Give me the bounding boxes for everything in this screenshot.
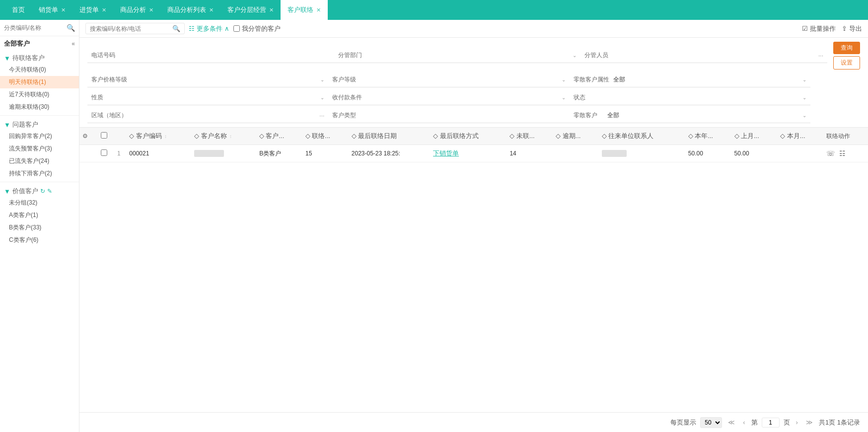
edit-icon[interactable]: ✎ — [47, 188, 52, 195]
last-month-column-header[interactable]: ◇ 上月... — [731, 128, 778, 145]
row-contacts — [599, 145, 685, 162]
sidebar-item-class-a[interactable]: A类客户(1) — [0, 209, 79, 221]
refresh-icon[interactable]: ↻ — [40, 188, 45, 195]
close-icon[interactable]: ✕ — [149, 7, 153, 13]
sidebar-item-lost[interactable]: 已流失客户(24) — [0, 155, 79, 167]
close-icon[interactable]: ✕ — [269, 7, 274, 13]
query-button[interactable]: 查询 — [833, 42, 860, 54]
index-column-header — [111, 128, 126, 145]
close-icon[interactable]: ✕ — [102, 7, 106, 13]
problem-customers-group: ▼ 问题客户 — [0, 118, 79, 130]
sidebar-item-class-b[interactable]: B类客户(33) — [0, 221, 79, 234]
nav-item-product-analysis-list[interactable]: 商品分析列表 ✕ — [160, 0, 220, 20]
sidebar-item-week-contact[interactable]: 近7天待联络(0) — [0, 88, 79, 101]
next-btn[interactable]: › — [794, 418, 800, 427]
nav-item-home[interactable]: 首页 — [5, 0, 32, 20]
close-icon[interactable]: ✕ — [316, 7, 321, 13]
batch-action-button[interactable]: ☑ 批量操作 — [802, 24, 836, 33]
filter-manager[interactable]: 分管人员 ··· — [580, 48, 827, 63]
filter-customer-level[interactable]: 客户等级 ⌄ — [328, 72, 569, 87]
pagination: 每页显示 50 ≪ ‹ 第 页 › ≫ 共1页 1条记录 — [79, 412, 868, 432]
sidebar-item-today-contact[interactable]: 今天待联络(0) — [0, 64, 79, 76]
more-icon: ··· — [319, 112, 324, 119]
export-icon: ⇪ — [842, 25, 847, 32]
my-customers-checkbox-input[interactable] — [233, 25, 240, 32]
sidebar-item-continuous-decline[interactable]: 持续下滑客户(2) — [0, 167, 79, 180]
this-month-column-header[interactable]: ◇ 本月... — [777, 128, 823, 145]
filter-region[interactable]: 区域（地区） ··· — [87, 108, 328, 123]
sidebar-item-overdue-contact[interactable]: 逾期未联络(30) — [0, 101, 79, 113]
prev-start-btn[interactable]: ≪ — [726, 418, 737, 427]
phone-label: 电话号码 — [91, 51, 121, 60]
per-page-select[interactable]: 50 — [700, 417, 722, 428]
export-button[interactable]: ⇪ 导出 — [842, 24, 862, 33]
sidebar-item-lost-potential[interactable]: 流失预警客户(3) — [0, 143, 79, 155]
filter-retail-attribute[interactable]: 零散客户属性 全部 ⌄ — [570, 72, 810, 87]
prev-btn[interactable]: ‹ — [741, 418, 747, 427]
row-name — [191, 145, 256, 162]
close-icon[interactable]: ✕ — [209, 7, 214, 13]
search-input[interactable] — [90, 25, 172, 32]
sidebar-item-tomorrow-contact[interactable]: 明天待联络(1) — [0, 76, 79, 88]
contacts-column-header[interactable]: ◇ 往来单位联系人 — [599, 128, 685, 145]
row-last-month: 50.00 — [731, 145, 778, 162]
filter-customer-price[interactable]: 客户价格等级 ⌄ — [87, 72, 328, 87]
content-area: 🔍 ☷ 更多条件 ∧ 我分管的客户 ☑ 批量操作 ⇪ 导出 — [79, 20, 868, 432]
sidebar-item-repurchase-abnormal[interactable]: 回购异常客户(2) — [0, 130, 79, 143]
filter-payment[interactable]: 收付款条件 ⌄ — [328, 90, 569, 105]
customer-table: ⚙ ◇ 客户编码 ↕ ◇ 客户名称 ↕ — [79, 128, 868, 162]
row-last-contact-date: 2023-05-23 18:25: — [349, 145, 430, 162]
next-end-btn[interactable]: ≫ — [804, 418, 815, 427]
sidebar-item-unclassified[interactable]: 未分组(32) — [0, 197, 79, 209]
name-column-header[interactable]: ◇ 客户名称 ↕ — [191, 128, 256, 145]
not-contact-column-header[interactable]: ◇ 未联... — [506, 128, 553, 145]
nav-item-purchase[interactable]: 进货单 ✕ — [72, 0, 113, 20]
phone-action-icon[interactable]: ☏ — [826, 149, 835, 157]
grid-action-icon[interactable]: ☷ — [839, 149, 846, 157]
last-contact-date-column-header[interactable]: ◇ 最后联络日期 — [349, 128, 430, 145]
settings-button[interactable]: 设置 — [833, 56, 860, 70]
sidebar-search-icon[interactable]: 🔍 — [67, 24, 75, 32]
filter-retail-customer[interactable]: 零散客户 全部 ⌄ — [570, 108, 810, 123]
row-checkbox[interactable] — [96, 145, 111, 162]
row-last-contact-method[interactable]: 下销货单 — [430, 145, 506, 162]
this-year-column-header[interactable]: ◇ 本年... — [685, 128, 731, 145]
page-input[interactable] — [762, 418, 780, 428]
code-column-header[interactable]: ◇ 客户编码 ↕ — [126, 128, 191, 145]
filter-department[interactable]: 分管部门 ⌄ — [334, 48, 581, 63]
contact-column-header[interactable]: ◇ 联络... — [302, 128, 349, 145]
toolbar-right: ☑ 批量操作 ⇪ 导出 — [802, 24, 862, 33]
arrow-icon: ▼ — [4, 121, 10, 129]
chevron-down-icon: ⌄ — [562, 95, 566, 100]
nav-item-customer-segment[interactable]: 客户分层经营 ✕ — [220, 0, 281, 20]
type-column-header[interactable]: ◇ 客户... — [256, 128, 302, 145]
overdue-column-header[interactable]: ◇ 逾期... — [553, 128, 599, 145]
sidebar-item-class-c[interactable]: C类客户(6) — [0, 234, 79, 246]
filter-status[interactable]: 状态 ⌄ — [570, 90, 810, 105]
region-label: 区域（地区） — [91, 111, 127, 120]
filter-actions: 查询 设置 — [833, 42, 860, 70]
table-header: ⚙ ◇ 客户编码 ↕ ◇ 客户名称 ↕ — [79, 128, 868, 145]
row-checkbox-input[interactable] — [101, 149, 107, 156]
page-label: 第 — [751, 418, 758, 427]
action-column-header: 联络动作 — [823, 128, 868, 145]
more-icon: ··· — [818, 52, 823, 59]
nav-item-customer-contact[interactable]: 客户联络 ✕ — [281, 0, 328, 20]
nav-item-sales[interactable]: 销货单 ✕ — [32, 0, 72, 20]
filter-customer-type[interactable]: 客户类型 — [328, 108, 569, 123]
all-customers-header[interactable]: 全部客户 « — [0, 36, 79, 51]
chevron-down-icon: ⌄ — [562, 77, 566, 82]
filter-gender[interactable]: 性质 ⌄ — [87, 90, 328, 105]
pending-contact-group: ▼ 待联络客户 — [0, 51, 79, 64]
more-filter-button[interactable]: ☷ 更多条件 ∧ — [189, 24, 229, 33]
last-contact-method-column-header[interactable]: ◇ 最后联络方式 — [430, 128, 506, 145]
my-customers-checkbox[interactable]: 我分管的客户 — [233, 24, 281, 33]
filter-row-3: 性质 ⌄ 收付款条件 ⌄ 状态 ⌄ — [87, 90, 860, 105]
row-actions: ☏ ☷ — [823, 145, 868, 162]
sidebar-search-input[interactable] — [4, 24, 67, 31]
gear-column-header[interactable]: ⚙ — [79, 128, 96, 145]
close-icon[interactable]: ✕ — [61, 7, 66, 13]
search-icon[interactable]: 🔍 — [172, 25, 180, 32]
nav-item-product-analysis[interactable]: 商品分析 ✕ — [113, 0, 160, 20]
select-all-checkbox[interactable] — [101, 132, 107, 139]
